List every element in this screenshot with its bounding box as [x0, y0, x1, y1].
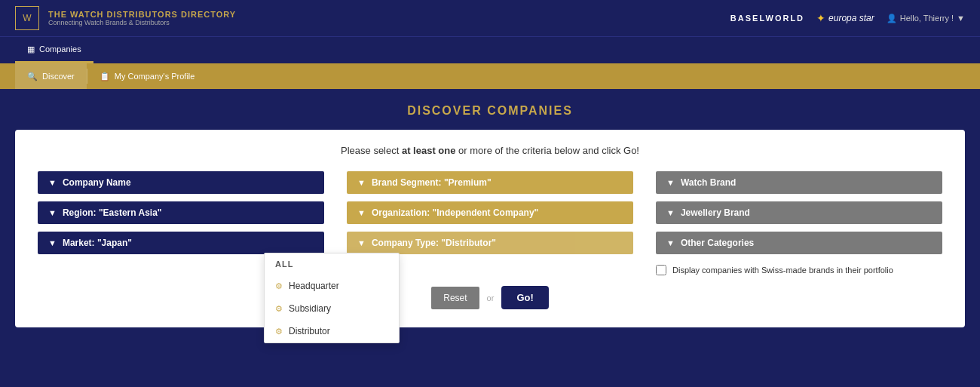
filter-icon: ▼ [357, 178, 366, 187]
reset-button[interactable]: Reset [431, 287, 479, 309]
dropdown-headquarter-label: Headquarter [289, 281, 339, 291]
company-type-dropdown: ALL ⚙ Headquarter ⚙ Subsidiary ⚙ Distrib… [264, 253, 400, 343]
instruction: Please select at least one or more of th… [38, 145, 942, 156]
header-right: BASELWORLD ✦ europa star 👤 Hello, Thierr… [730, 12, 965, 24]
filter-other-categories-label: Other Categories [681, 238, 754, 248]
swiss-made-checkbox[interactable] [656, 265, 666, 275]
filter-icon: ▼ [666, 178, 675, 187]
search-panel: Please select at least one or more of th… [15, 130, 965, 327]
europastar-text: europa star [828, 13, 874, 23]
logo: W [15, 6, 39, 30]
filter-brand-segment-label: Brand Segment: "Premium" [372, 177, 492, 188]
app-title: THE WATCH DISTRIBUTORS DIRECTORY [48, 10, 236, 19]
filter-jewellery-brand[interactable]: ▼ Jewellery Brand [656, 201, 942, 224]
filter-icon: ▼ [357, 208, 366, 217]
filter-organization[interactable]: ▼ Organization: "Independent Company" [347, 201, 633, 224]
dropdown-item-all[interactable]: ALL [265, 253, 399, 275]
filter-company-type-label: Company Type: "Distributor" [372, 238, 496, 248]
swiss-made-label: Display companies with Swiss-made brands… [672, 266, 893, 275]
user-icon: 👤 [887, 14, 897, 23]
filter-market[interactable]: ▼ Market: "Japan" [38, 232, 324, 254]
swiss-made-row: Display companies with Swiss-made brands… [656, 265, 942, 275]
sub-nav: 🔍 Discover 📋 My Company's Profile [0, 63, 980, 89]
instruction-text: Please select [341, 145, 402, 156]
page-title: DISCOVER COMPANIES [15, 104, 965, 118]
tab-companies-label: Companies [39, 45, 81, 54]
header-title-block: THE WATCH DISTRIBUTORS DIRECTORY Connect… [48, 10, 236, 26]
filter-market-label: Market: "Japan" [63, 238, 132, 248]
instruction-rest: or more of the criteria below and click … [455, 145, 639, 156]
my-company-icon: 📋 [100, 72, 110, 81]
discover-label: Discover [42, 72, 75, 81]
go-button[interactable]: Go! [501, 286, 548, 309]
tab-companies[interactable]: ▦ Companies [15, 37, 93, 63]
bottom-actions: Reset or Go! [38, 286, 942, 309]
user-menu[interactable]: 👤 Hello, Thierry ! ▼ [887, 14, 965, 23]
filter-company-name[interactable]: ▼ Company Name [38, 171, 324, 194]
filter-organization-label: Organization: "Independent Company" [372, 207, 538, 218]
gear-icon: ⚙ [275, 304, 283, 314]
gear-icon: ⚙ [275, 327, 283, 336]
dropdown-distributor-label: Distributor [289, 326, 330, 336]
filter-icon: ▼ [666, 208, 675, 217]
filter-icon: ▼ [357, 238, 366, 247]
filter-watch-brand[interactable]: ▼ Watch Brand [656, 171, 942, 194]
or-text: or [487, 293, 495, 303]
filter-region-label: Region: "Eastern Asia" [63, 207, 162, 218]
baselworld-logo: BASELWORLD [730, 14, 804, 23]
app-subtitle: Connecting Watch Brands & Distributors [48, 19, 236, 26]
nav-tabs: ▦ Companies [0, 36, 980, 63]
filter-icon: ▼ [48, 178, 57, 187]
header: W THE WATCH DISTRIBUTORS DIRECTORY Conne… [0, 0, 980, 36]
dropdown-item-headquarter[interactable]: ⚙ Headquarter [265, 275, 399, 297]
filter-company-type[interactable]: ▼ Company Type: "Distributor" [347, 232, 633, 254]
instruction-bold: at least one [402, 145, 456, 156]
subnav-discover[interactable]: 🔍 Discover [15, 63, 87, 89]
filter-jewellery-brand-label: Jewellery Brand [681, 207, 750, 218]
filter-icon: ▼ [666, 238, 675, 247]
filter-brand-segment[interactable]: ▼ Brand Segment: "Premium" [347, 171, 633, 194]
filter-watch-brand-label: Watch Brand [681, 177, 737, 188]
dropdown-item-subsidiary[interactable]: ⚙ Subsidiary [265, 297, 399, 320]
filter-icon: ▼ [48, 238, 57, 247]
dropdown-subsidiary-label: Subsidiary [289, 303, 331, 314]
filter-col-3: ▼ Watch Brand ▼ Jewellery Brand ▼ Other … [656, 171, 942, 275]
filter-company-name-label: Company Name [63, 177, 131, 188]
filter-icon: ▼ [48, 208, 57, 217]
chevron-down-icon: ▼ [957, 14, 965, 23]
filter-other-categories[interactable]: ▼ Other Categories [656, 232, 942, 254]
dropdown-item-distributor[interactable]: ⚙ Distributor [265, 320, 399, 342]
main-content: DISCOVER COMPANIES Please select at leas… [0, 89, 980, 387]
filter-region[interactable]: ▼ Region: "Eastern Asia" [38, 201, 324, 224]
filter-col-2: ▼ Brand Segment: "Premium" ▼ Organizatio… [347, 171, 633, 275]
my-company-label: My Company's Profile [115, 72, 195, 81]
header-left: W THE WATCH DISTRIBUTORS DIRECTORY Conne… [15, 6, 236, 30]
subnav-my-company[interactable]: 📋 My Company's Profile [87, 63, 207, 89]
europastar-logo: ✦ europa star [816, 12, 874, 24]
gear-icon: ⚙ [275, 281, 283, 291]
user-greeting: Hello, Thierry ! [900, 14, 954, 23]
discover-icon: 🔍 [27, 72, 38, 81]
europastar-star-icon: ✦ [816, 12, 825, 24]
companies-icon: ▦ [27, 45, 35, 54]
dropdown-all-label: ALL [275, 260, 293, 269]
